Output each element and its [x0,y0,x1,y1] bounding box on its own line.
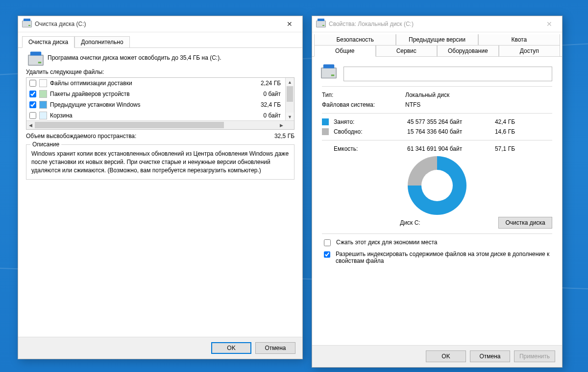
list-item[interactable]: Файлы оптимизации доставки 2,24 ГБ [26,78,286,89]
compress-checkbox[interactable] [324,239,331,246]
tab-previous-versions[interactable]: Предыдущие версии [396,34,478,45]
total-space-value: 32,5 ГБ [255,133,294,140]
fs-label: Файловая система: [322,101,405,108]
props-body: Тип: Локальный диск Файловая система: NT… [312,57,562,271]
drive-properties-window: Свойства: Локальный диск (C:) ✕ Безопасн… [312,16,563,368]
file-size: 32,4 ГБ [246,101,284,108]
fs-value: NTFS [405,101,420,108]
type-value: Локальный диск [405,92,449,98]
disk-label: Диск C: [322,219,498,226]
scrollbar-horizontal[interactable]: ◀ ▶ [26,120,294,129]
scroll-thumb[interactable] [287,86,293,102]
divider [322,113,552,114]
tab-sharing[interactable]: Доступ [499,45,561,56]
free-gb: 14,6 ГБ [486,128,515,135]
cleanup-intro-text: Программа очистки диска может освободить… [48,54,294,62]
files-listbox[interactable]: Файлы оптимизации доставки 2,24 ГБ Пакет… [26,77,294,130]
compress-label: Сжать этот диск для экономии места [336,239,437,246]
scroll-down-icon[interactable]: ▼ [286,113,294,121]
scroll-right-icon[interactable]: ▶ [277,121,286,129]
total-space-label: Объем высвобождаемого пространства: [26,133,255,140]
file-checkbox[interactable] [29,80,36,87]
used-color-icon [322,118,329,125]
tab-security[interactable]: Безопасность [314,34,396,45]
divider [322,233,552,234]
delete-files-label: Удалить следующие файлы: [26,69,294,75]
cleanup-titlebar[interactable]: Очистка диска (C:) ✕ [18,16,302,32]
props-tabstrip: Безопасность Предыдущие версии Квота Общ… [312,32,562,57]
file-checkbox[interactable] [29,91,36,97]
close-icon[interactable]: ✕ [538,17,560,31]
scroll-up-icon[interactable]: ▲ [286,78,294,86]
free-color-icon [322,128,329,135]
index-label: Разрешить индексировать содержимое файло… [336,251,552,264]
props-titlebar[interactable]: Свойства: Локальный диск (C:) ✕ [312,16,562,32]
tab-general[interactable]: Общие [314,45,376,57]
props-title: Свойства: Локальный диск (C:) [329,21,538,27]
description-text: Windows хранит копии всех установленных … [31,150,289,174]
apply-button[interactable]: Применить [514,350,555,362]
capacity-bytes: 61 341 691 904 байт [407,145,486,152]
tab-cleanup[interactable]: Очистка диска [22,36,74,48]
divider [322,140,552,140]
index-checkbox[interactable] [324,251,330,258]
file-icon [39,101,47,109]
scroll-thumb[interactable] [35,122,224,128]
file-name: Файлы оптимизации доставки [50,80,246,87]
description-group: Описание Windows хранит копии всех устан… [26,144,294,180]
cleanup-body: Программа очистки диска может освободить… [18,48,302,186]
used-bytes: 45 577 355 264 байт [407,118,486,125]
file-size: 0 байт [246,91,284,97]
used-label: Занято: [334,118,407,125]
cleanup-tabstrip: Очистка диска Дополнительно [18,33,302,48]
disk-cleanup-window: Очистка диска (C:) ✕ Очистка диска Допол… [18,16,303,359]
free-bytes: 15 764 336 640 байт [407,128,486,135]
file-icon [39,112,47,119]
divider [322,86,552,87]
close-icon[interactable]: ✕ [278,17,300,31]
usage-donut-chart [408,156,466,215]
tab-tools[interactable]: Сервис [376,45,438,56]
capacity-label: Емкость: [334,145,407,152]
type-label: Тип: [322,92,405,98]
tab-quota[interactable]: Квота [478,34,560,45]
file-size: 2,24 ГБ [246,80,284,87]
file-name: Корзина [50,112,246,119]
drive-icon [26,54,46,64]
file-size: 0 байт [246,112,284,119]
free-label: Свободно: [334,128,407,135]
file-icon [39,90,47,98]
list-item[interactable]: Предыдущие установки Windows 32,4 ГБ [26,99,286,110]
file-checkbox[interactable] [29,101,36,108]
drive-icon [316,21,325,27]
ok-button[interactable]: OK [211,342,251,354]
scrollbar-vertical[interactable]: ▲ ▼ [285,78,294,121]
description-legend: Описание [30,140,61,149]
list-item[interactable]: Корзина 0 байт [26,110,286,121]
file-icon [39,79,47,87]
drive-icon [321,67,337,80]
drive-icon [22,21,31,27]
file-name: Предыдущие установки Windows [50,101,246,108]
list-item[interactable]: Пакеты драйверов устройств 0 байт [26,89,286,99]
cancel-button[interactable]: Отмена [470,350,510,362]
disk-cleanup-button[interactable]: Очистка диска [498,217,552,229]
drive-name-field[interactable] [343,67,552,81]
tab-more[interactable]: Дополнительно [74,36,129,47]
scroll-left-icon[interactable]: ◀ [26,121,35,129]
file-checkbox[interactable] [29,112,36,119]
file-name: Пакеты драйверов устройств [50,91,246,97]
used-gb: 42,4 ГБ [486,118,515,125]
cancel-button[interactable]: Отмена [255,342,295,354]
capacity-gb: 57,1 ГБ [486,145,515,152]
ok-button[interactable]: OK [426,350,466,362]
tab-hardware[interactable]: Оборудование [437,45,499,56]
cleanup-title: Очистка диска (C:) [35,21,278,27]
